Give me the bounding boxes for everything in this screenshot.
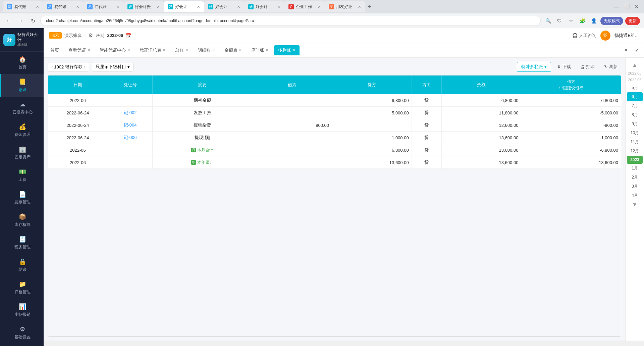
tab-close-1[interactable]: ✕ [36, 5, 39, 9]
voucher-link-2[interactable]: 记-002 [124, 110, 137, 115]
page-tab-general-ledger[interactable]: 总账 ✕ [171, 45, 192, 55]
tab-close-multicolumn[interactable]: ✕ [292, 48, 296, 52]
settings-header-icon[interactable]: ⚙ [88, 32, 93, 39]
browser-tab-3[interactable]: 易 易代账 ✕ [83, 1, 123, 12]
timeline-month-10[interactable]: 10月 [626, 129, 644, 138]
profile-icon[interactable]: 👤 [589, 16, 598, 26]
stealth-mode-button[interactable]: 无痕模式 [600, 17, 623, 25]
tab-close-journal[interactable]: ✕ [266, 48, 269, 52]
print-button[interactable]: 🖨 打印 [577, 62, 598, 71]
browser-tab-7[interactable]: 好 好会计 ✕ [244, 1, 284, 12]
download-button[interactable]: ⬇ 下载 [554, 62, 574, 71]
page-tab-journal[interactable]: 序时账 ✕ [247, 45, 273, 55]
shield-icon[interactable]: 🛡 [555, 16, 564, 26]
next-account-button[interactable]: › [84, 64, 85, 69]
back-button[interactable]: ← [4, 16, 13, 26]
extensions-icon[interactable]: 🧩 [578, 16, 587, 26]
tab-close-5[interactable]: ✕ [197, 5, 200, 9]
new-tab-button[interactable]: + [365, 2, 374, 11]
timeline-scroll-up[interactable]: ▲ [630, 60, 640, 70]
timeline-month-5[interactable]: 5月 [626, 83, 644, 92]
page-tab-smart-voucher[interactable]: 智能凭证中心 ✕ [96, 45, 134, 55]
refresh-button[interactable]: ↻ 刷新 [601, 62, 621, 71]
sidebar-item-closing[interactable]: 🔒 结账 [0, 254, 44, 277]
timeline-month-3[interactable]: 3月 [626, 182, 644, 191]
timeline-month-1[interactable]: 1月 [626, 164, 644, 173]
close-window-button[interactable]: ✕ [632, 2, 641, 11]
tab-close-balance[interactable]: ✕ [239, 48, 242, 52]
forward-button[interactable]: → [16, 16, 25, 26]
user-avatar[interactable]: 畅 [600, 31, 610, 41]
page-tab-home[interactable]: 首页 [46, 45, 63, 55]
sidebar-item-inventory[interactable]: 📦 库存核算 [0, 209, 44, 232]
timeline-month-11[interactable]: 11月 [626, 138, 644, 147]
tab-close-detail[interactable]: ✕ [212, 48, 215, 52]
sidebar-item-invoice[interactable]: 📄 发票管理 [0, 187, 44, 209]
tab-close-4[interactable]: ✕ [157, 5, 160, 9]
tab-close-general-ledger[interactable]: ✕ [185, 48, 188, 52]
tab-close-9[interactable]: ✕ [358, 5, 361, 9]
tab-close-voucher-summary[interactable]: ✕ [163, 48, 166, 52]
calendar-icon[interactable]: 📅 [126, 33, 131, 38]
timeline-month-7[interactable]: 7月 [626, 101, 644, 110]
main-content: 演示 演示账套 | ⚙ 账期 2022-06 📅 🎧 人工咨询 畅 畅捷通B组.… [44, 28, 644, 346]
update-button[interactable]: 更新 [625, 17, 640, 25]
browser-tab-9[interactable]: 友 用友好业 ✕ [325, 1, 365, 12]
timeline-month-9[interactable]: 9月 [626, 119, 644, 129]
tab-close-8[interactable]: ✕ [318, 5, 321, 9]
tab-close-2[interactable]: ✕ [76, 5, 79, 9]
sidebar-item-salary[interactable]: 💵 工资 [0, 164, 44, 187]
sidebar-item-home[interactable]: 🏠 首页 [0, 52, 44, 74]
page-tab-multicolumn[interactable]: 多栏账 ✕ [274, 45, 300, 55]
timeline-month-6[interactable]: 6月 [627, 92, 643, 101]
maximize-button[interactable]: ⬜ [622, 2, 631, 11]
sidebar-item-ledger[interactable]: 📒 总账 [0, 74, 44, 97]
browser-tab-8[interactable]: C 企业工作 ✕ [284, 1, 325, 12]
tab-close-smart-voucher[interactable]: ✕ [127, 48, 130, 52]
browser-tab-6[interactable]: 好 好会计 ✕ [204, 1, 244, 12]
voucher-link-4[interactable]: 记-006 [124, 135, 137, 140]
browser-tab-2[interactable]: 易 易代账 ✕ [43, 1, 83, 12]
page-tab-voucher[interactable]: 查看凭证 ✕ [64, 45, 94, 55]
address-input[interactable] [40, 16, 541, 26]
prev-account-button[interactable]: ‹ [51, 64, 53, 69]
sidebar-item-guide[interactable]: 📖 新手引导 [0, 344, 44, 346]
bottom-scrollbar[interactable] [44, 341, 644, 346]
tab-close-voucher[interactable]: ✕ [87, 48, 90, 52]
special-multicolumn-button[interactable]: 特殊多栏账 ▾ [517, 62, 551, 72]
timeline-month-2[interactable]: 2月 [626, 173, 644, 182]
sidebar-item-tax[interactable]: 🧾 税务管理 [0, 232, 44, 254]
timeline-month-12[interactable]: 12月 [626, 147, 644, 156]
tab-close-7[interactable]: ✕ [277, 5, 280, 9]
timeline-scroll-down[interactable]: ▼ [630, 200, 640, 209]
browser-tab-4[interactable]: 好 好会计账 ✕ [123, 1, 164, 12]
tab-label-voucher: 查看凭证 [68, 47, 86, 53]
sidebar-item-settings[interactable]: ⚙ 基础设置 [0, 322, 44, 344]
sidebar-item-funds[interactable]: 💰 资金管理 [0, 119, 44, 142]
close-tab-right-button[interactable]: ✕ [621, 46, 631, 55]
voucher-link-3[interactable]: 记-004 [124, 122, 137, 128]
th-direction: 方向 [412, 76, 441, 94]
browser-tab-1[interactable]: 易 易代账 ✕ [3, 1, 43, 12]
help-button[interactable]: 🎧 人工咨询 [572, 33, 596, 39]
sidebar-item-assets[interactable]: 🏢 固定资产 [0, 142, 44, 164]
page-tab-detail[interactable]: 明细账 ✕ [194, 45, 219, 55]
page-tab-balance[interactable]: 余额表 ✕ [220, 45, 246, 55]
filter-select[interactable]: 只显示下级科目 ▾ [92, 62, 133, 71]
sidebar-item-cloud-report[interactable]: ☁ 云报表中心 [0, 97, 44, 119]
minimize-button[interactable]: — [612, 2, 621, 11]
browser-tab-5[interactable]: 好 好会计 ✕ [164, 1, 204, 12]
td-debit-5 [252, 144, 332, 156]
search-icon[interactable]: 🔍 [543, 16, 553, 26]
refresh-nav-button[interactable]: ↻ [28, 16, 38, 26]
tab-close-6[interactable]: ✕ [237, 5, 240, 9]
expand-tab-button[interactable]: ⤢ [632, 46, 641, 55]
td-direction-3: 贷 [412, 119, 441, 132]
timeline-month-4[interactable]: 4月 [626, 191, 644, 200]
page-tab-voucher-summary[interactable]: 凭证汇总表 ✕ [136, 45, 170, 55]
tab-close-3[interactable]: ✕ [116, 5, 119, 9]
sidebar-item-expense[interactable]: 📊 小畅报销 [0, 299, 44, 322]
star-icon[interactable]: ☆ [566, 16, 576, 26]
timeline-month-8[interactable]: 8月 [626, 110, 644, 119]
sidebar-item-archive[interactable]: 📁 归档管理 [0, 277, 44, 299]
